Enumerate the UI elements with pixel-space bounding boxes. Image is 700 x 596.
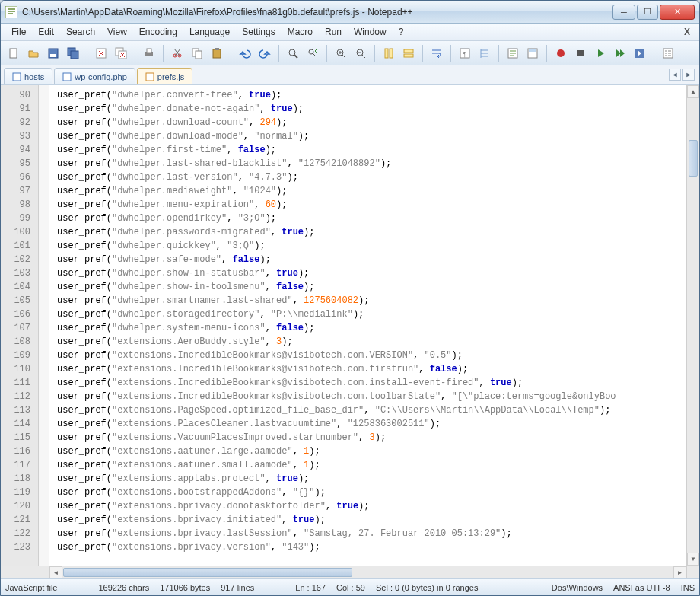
show-all-button[interactable]: ¶ bbox=[457, 45, 473, 62]
code-line: user_pref("extensions.aatuner.large.aamo… bbox=[57, 445, 686, 458]
tab-wp-config-php[interactable]: wp-config.php bbox=[54, 68, 135, 84]
zoom-out-button[interactable] bbox=[352, 45, 369, 62]
udlang-button[interactable] bbox=[504, 45, 521, 62]
indent-guide-button[interactable] bbox=[476, 45, 493, 62]
menu-window[interactable]: Window bbox=[348, 24, 393, 40]
udlang-icon bbox=[507, 47, 519, 59]
line-number: 113 bbox=[1, 403, 38, 417]
undo-icon bbox=[239, 47, 251, 59]
cut-button[interactable] bbox=[169, 45, 186, 62]
line-number: 97 bbox=[1, 184, 38, 198]
save-icon bbox=[47, 47, 59, 59]
save-all-button[interactable] bbox=[65, 45, 81, 62]
undo-button[interactable] bbox=[237, 45, 253, 62]
tab-bar: hostswp-config.phpprefs.js ◄ ► bbox=[1, 65, 699, 85]
sync-h-icon bbox=[402, 47, 415, 59]
toolbar-separator bbox=[546, 45, 547, 62]
mdi-close-button[interactable]: X bbox=[679, 27, 695, 37]
code-line: user_pref("dwhelper.download-mode", "nor… bbox=[57, 129, 686, 143]
close-window-button[interactable]: ✕ bbox=[660, 5, 695, 20]
tabnav-right-button[interactable]: ► bbox=[682, 69, 695, 81]
line-number: 101 bbox=[1, 239, 38, 253]
macro-record-button[interactable] bbox=[552, 45, 569, 62]
horizontal-scrollbar[interactable]: ◄ ► bbox=[1, 566, 699, 578]
code-line: user_pref("dwhelper.system-menu-icons", … bbox=[57, 321, 686, 335]
vscroll-thumb[interactable] bbox=[689, 140, 698, 177]
open-file-button[interactable] bbox=[25, 45, 42, 62]
sync-v-button[interactable] bbox=[380, 45, 397, 62]
line-number: 99 bbox=[1, 212, 38, 225]
scroll-right-button[interactable]: ► bbox=[673, 566, 686, 578]
scroll-left-button[interactable]: ◄ bbox=[49, 566, 62, 578]
open-file-icon bbox=[27, 47, 40, 59]
copy-button[interactable] bbox=[189, 45, 205, 62]
save-button[interactable] bbox=[45, 45, 62, 62]
fold-margin bbox=[39, 85, 49, 566]
line-number: 123 bbox=[1, 540, 38, 554]
menu-view[interactable]: View bbox=[101, 24, 133, 40]
doc-map-button[interactable] bbox=[524, 45, 541, 62]
print-button[interactable] bbox=[141, 45, 158, 62]
func-list-button[interactable] bbox=[660, 45, 676, 62]
vertical-scrollbar[interactable]: ▲ ▼ bbox=[686, 85, 699, 566]
line-number: 115 bbox=[1, 431, 38, 445]
menu-file[interactable]: File bbox=[5, 24, 32, 40]
line-number: 110 bbox=[1, 362, 38, 376]
toolbar-separator bbox=[422, 45, 423, 62]
line-number: 98 bbox=[1, 198, 38, 212]
menu-settings[interactable]: Settings bbox=[236, 24, 281, 40]
zoom-in-button[interactable] bbox=[332, 45, 349, 62]
code-line: user_pref("extensions.IncredibleBookmark… bbox=[57, 376, 686, 390]
wordwrap-button[interactable] bbox=[428, 45, 445, 62]
menu-edit[interactable]: Edit bbox=[32, 24, 60, 40]
file-icon bbox=[145, 72, 154, 81]
zoom-in-icon bbox=[335, 47, 347, 59]
svg-rect-10 bbox=[147, 49, 151, 53]
sync-h-button[interactable] bbox=[400, 45, 417, 62]
macro-save-button[interactable] bbox=[632, 45, 648, 62]
redo-button[interactable] bbox=[256, 45, 273, 62]
toolbar-separator bbox=[163, 45, 164, 62]
print-icon bbox=[143, 47, 155, 59]
hscroll-thumb[interactable] bbox=[63, 568, 352, 577]
replace-button[interactable] bbox=[304, 45, 321, 62]
paste-button[interactable] bbox=[208, 45, 225, 62]
close-button[interactable] bbox=[93, 45, 110, 62]
svg-rect-5 bbox=[71, 51, 78, 59]
menu-language[interactable]: Language bbox=[183, 24, 236, 40]
tab-label: wp-config.php bbox=[75, 72, 127, 81]
code-line: user_pref("dwhelper.smartnamer.last-shar… bbox=[57, 294, 686, 308]
menu-search[interactable]: Search bbox=[60, 24, 101, 40]
zoom-out-icon bbox=[355, 47, 367, 59]
tab-prefs-js[interactable]: prefs.js bbox=[137, 68, 192, 84]
titlebar: C:\Users\Martin\AppData\Roaming\Mozilla\… bbox=[1, 1, 699, 24]
code-line: user_pref("extensions.PageSpeed.optimize… bbox=[57, 403, 686, 417]
file-icon bbox=[62, 72, 72, 81]
svg-rect-21 bbox=[385, 49, 388, 58]
maximize-button[interactable]: ☐ bbox=[637, 5, 658, 20]
close-all-button[interactable] bbox=[113, 45, 129, 62]
find-button[interactable] bbox=[285, 45, 301, 62]
menu-help[interactable]: ? bbox=[393, 24, 410, 40]
svg-rect-35 bbox=[63, 73, 71, 81]
macro-play-multi-button[interactable] bbox=[612, 45, 628, 62]
macro-play-button[interactable] bbox=[592, 45, 609, 62]
new-file-button[interactable] bbox=[5, 45, 22, 62]
scroll-up-button[interactable]: ▲ bbox=[687, 85, 699, 98]
status-language: JavaScript file bbox=[5, 583, 57, 592]
code-line: user_pref("extensions.aatuner.small.aamo… bbox=[57, 458, 686, 472]
line-number: 104 bbox=[1, 280, 38, 294]
code-line: user_pref("extensions.bprivacy.version",… bbox=[57, 540, 686, 554]
menu-encoding[interactable]: Encoding bbox=[133, 24, 183, 40]
tabnav-left-button[interactable]: ◄ bbox=[669, 69, 681, 81]
func-list-icon bbox=[662, 47, 674, 59]
menu-macro[interactable]: Macro bbox=[282, 24, 319, 40]
code-line: user_pref("extensions.bootstrappedAddons… bbox=[57, 486, 686, 499]
tab-hosts[interactable]: hosts bbox=[4, 68, 52, 84]
minimize-button[interactable]: ─ bbox=[612, 5, 635, 20]
line-number: 96 bbox=[1, 171, 38, 184]
code-area[interactable]: user_pref("dwhelper.convert-free", true)… bbox=[49, 85, 686, 566]
scroll-down-button[interactable]: ▼ bbox=[687, 553, 699, 566]
macro-stop-button[interactable] bbox=[572, 45, 589, 62]
menu-run[interactable]: Run bbox=[319, 24, 348, 40]
